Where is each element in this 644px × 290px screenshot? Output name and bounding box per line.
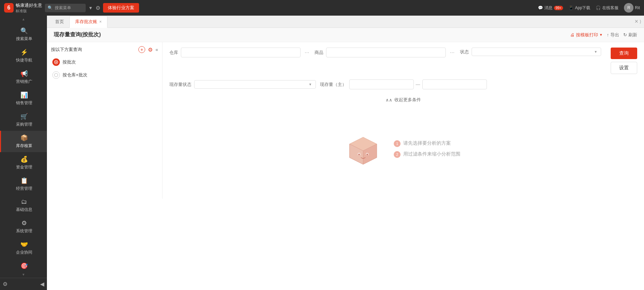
app-version: 标准版 <box>16 8 42 14</box>
sidebar-item-basic[interactable]: 🗂 基础信息 <box>0 195 47 216</box>
tab-inventory-batch-label: 库存批次账 <box>75 19 97 25</box>
status-label: 状态 <box>460 49 469 55</box>
stock-status-dropdown[interactable]: ▼ <box>194 80 316 89</box>
filter-main: 仓库 ··· 商品 ··· 状态 <box>163 42 644 199</box>
svg-point-1 <box>55 61 57 63</box>
sidebar-label-search: 搜索菜单 <box>16 36 32 42</box>
user-initial: R <box>627 5 630 10</box>
print-dropdown-icon[interactable]: ▼ <box>599 33 603 37</box>
settings-query-btn[interactable]: 设置 <box>611 62 637 74</box>
sidebar-item-system[interactable]: ⚙ 系统管理 <box>0 216 47 237</box>
sidebar-item-sales[interactable]: 📊 销售管理 <box>0 88 47 109</box>
sidebar-item-marketing[interactable]: 📢 营销推广 <box>0 67 47 88</box>
messages-label: 消息 <box>544 5 553 11</box>
query-btn[interactable]: 查询 <box>611 48 637 59</box>
warehouse-dots[interactable]: ··· <box>303 50 310 56</box>
chart-icon: 📊 <box>20 91 28 99</box>
sidebar-item-search[interactable]: 🔍 搜索菜单 <box>0 24 47 45</box>
sidebar-label-purchase: 采购管理 <box>16 122 32 127</box>
sidebar-item-finance[interactable]: 💰 资金管理 <box>0 152 47 174</box>
messages-item[interactable]: 💬 消息 99+ <box>538 5 563 11</box>
export-btn[interactable]: ↑ 导出 <box>607 32 620 38</box>
megaphone-icon: 📢 <box>20 70 28 77</box>
online-service-item[interactable]: 🎧 在线客服 <box>596 5 618 11</box>
top-bar-left: 6 畅康通好生意 标准版 🔍 搜索菜单 ▼ ⚙ 体验行业方案 <box>4 2 139 14</box>
collapse-sidebar-icon[interactable]: ◀ <box>40 281 44 287</box>
avatar: R <box>624 3 633 13</box>
expand-icon[interactable]: ⟩ <box>640 19 641 24</box>
tab-bar: 首页 库存批次账 × × ⟩ <box>47 16 644 28</box>
empty-illustration <box>346 132 380 166</box>
schema-item-warehouse-batch[interactable]: 按仓库+批次 <box>47 69 162 81</box>
sidebar-label-finance: 资金管理 <box>16 164 32 170</box>
stock-qty-from[interactable] <box>349 79 414 89</box>
gear-icon: ⚙ <box>21 219 27 227</box>
page-title: 现存量查询(按批次) <box>54 31 101 38</box>
phone-icon: 📱 <box>569 5 574 10</box>
tab-close-icon[interactable]: × <box>99 19 102 24</box>
menu-search-bar[interactable]: 🔍 搜索菜单 <box>45 4 86 12</box>
stock-qty-label: 现存量（主） <box>320 81 346 88</box>
refresh-icon: ↻ <box>623 32 627 37</box>
clipboard-icon: 📋 <box>20 177 28 184</box>
empty-state: 1 请先选择要分析的方案 2 用过滤条件来缩小分析范围 <box>169 105 637 193</box>
refresh-btn[interactable]: ↻ 刷新 <box>623 32 637 38</box>
settings-icon[interactable]: ⚙ <box>96 5 100 11</box>
schema-collapse-icon[interactable]: « <box>155 47 158 52</box>
sidebar-item-purchase[interactable]: 🛒 采购管理 <box>0 109 47 131</box>
schema-item-batch[interactable]: 按批次 <box>47 56 162 69</box>
dropdown-arrow[interactable]: ▼ <box>88 5 93 11</box>
tab-home-label: 首页 <box>55 19 64 25</box>
money-icon: 💰 <box>20 156 28 163</box>
app-download-item[interactable]: 📱 App下载 <box>569 5 590 11</box>
stock-status-arrow: ▼ <box>309 83 312 86</box>
logo-icon: 6 <box>4 3 14 13</box>
target-icon: 🎯 <box>20 262 28 270</box>
user-item[interactable]: R Rit <box>624 3 640 13</box>
tab-home[interactable]: 首页 <box>50 16 69 28</box>
content-area: 首页 库存批次账 × × ⟩ 现存量查询(按批次) 🖨 按模板打印 ▼ <box>47 16 644 290</box>
messages-badge: 99+ <box>554 6 563 10</box>
filter-sidebar-header: 按以下方案查询 + ⚙ « <box>47 46 162 56</box>
collapse-up-icon: ∧∧ <box>386 97 392 103</box>
status-dropdown[interactable]: ▼ <box>472 48 601 56</box>
sidebar-label-basic: 基础信息 <box>16 207 32 213</box>
warehouse-input[interactable] <box>181 48 301 57</box>
sidebar-item-newuser[interactable]: 🎯 新手引导 <box>0 259 47 271</box>
range-input: — <box>349 79 487 89</box>
search-icon: 🔍 <box>20 27 28 35</box>
svg-point-2 <box>54 73 58 77</box>
tip-text-2: 用过滤条件来缩小分析范围 <box>403 151 460 157</box>
empty-state-inner: 1 请先选择要分析的方案 2 用过滤条件来缩小分析范围 <box>346 132 460 166</box>
experience-btn[interactable]: 体验行业方案 <box>103 3 139 13</box>
collapse-btn[interactable]: ∧∧ 收起更多条件 <box>384 95 423 105</box>
close-panel-icon[interactable]: × <box>634 18 638 25</box>
scroll-down-arrow[interactable]: ▼ <box>0 271 47 278</box>
add-schema-icon[interactable]: + <box>138 46 145 53</box>
product-dots[interactable]: ··· <box>448 50 456 56</box>
sidebar-item-enterprise[interactable]: 🤝 企业协同 <box>0 237 47 259</box>
filter-group-status: 状态 ▼ <box>460 48 601 56</box>
stock-qty-to[interactable] <box>422 79 487 89</box>
online-service-label: 在线客服 <box>602 5 618 11</box>
stock-status-label: 现存量状态 <box>169 81 191 88</box>
tab-inventory-batch[interactable]: 库存批次账 × <box>69 16 107 28</box>
print-btn[interactable]: 🖨 按模板打印 ▼ <box>570 32 603 38</box>
product-input[interactable] <box>326 48 446 57</box>
tip-num-2: 2 <box>394 151 401 158</box>
top-bar: 6 畅康通好生意 标准版 🔍 搜索菜单 ▼ ⚙ 体验行业方案 💬 消息 99+ … <box>0 0 644 16</box>
folder-icon: 🗂 <box>21 198 27 205</box>
schema-settings-icon[interactable]: ⚙ <box>148 47 153 53</box>
print-icon: 🖨 <box>570 32 575 37</box>
scroll-up-arrow[interactable]: ▲ <box>0 16 47 22</box>
tip-text-1: 请先选择要分析的方案 <box>403 140 451 146</box>
sidebar-item-inventory[interactable]: 📦 库存核算 <box>0 131 47 152</box>
settings-bottom-icon[interactable]: ⚙ <box>3 281 7 287</box>
user-name: Rit <box>635 5 640 10</box>
sidebar-items: 🔍 搜索菜单 ⚡ 快捷导航 📢 营销推广 📊 销售管理 🛒 采购管理 📦 <box>0 22 47 271</box>
page-header-actions: 🖨 按模板打印 ▼ ↑ 导出 ↻ 刷新 <box>570 32 637 38</box>
svg-point-9 <box>367 154 368 156</box>
filter-group-stock-qty: 现存量（主） — <box>320 79 487 89</box>
sidebar-item-quicknav[interactable]: ⚡ 快捷导航 <box>0 45 47 67</box>
sidebar-item-operation[interactable]: 📋 经营管理 <box>0 174 47 195</box>
